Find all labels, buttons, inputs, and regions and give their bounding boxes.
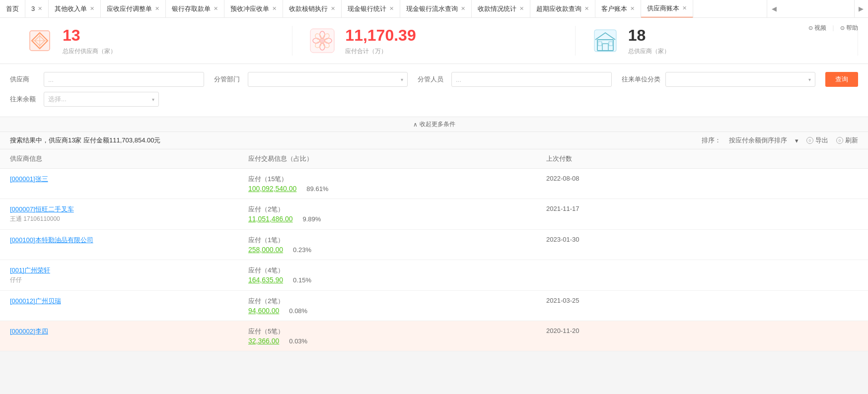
refresh-icon: ○ — [836, 137, 843, 144]
table-row[interactable]: [000012]广州贝瑞 应付（2笔） 94,600.00 0.08% 2021… — [0, 291, 868, 321]
supplier-code-4[interactable]: [001]广州荣轩 — [10, 266, 50, 274]
transaction-detail-3: 应付（1笔） 258,000.00 0.23% — [248, 236, 546, 254]
video-link[interactable]: 视频 — [814, 24, 826, 32]
last-pay-date-3: 2023-01-30 — [546, 236, 579, 243]
summary-content-total-suppliers: 18 总供应商（家） — [628, 26, 670, 55]
close-tab-supplier-ledger[interactable]: ✕ — [682, 5, 687, 11]
transaction-info-3: 应付（1笔） 258,000.00 0.23% — [248, 236, 546, 254]
sort-value[interactable]: 按应付余额倒序排序 — [729, 136, 787, 145]
transaction-info-5: 应付（2笔） 94,600.00 0.08% — [248, 297, 546, 315]
nav-tab-collect-stat[interactable]: 收款情况统计 ✕ — [472, 0, 530, 18]
last-pay-5: 2021-03-25 — [546, 297, 858, 304]
close-tab-overdue[interactable]: ✕ — [584, 5, 589, 12]
transaction-detail-4: 应付（4笔） 164,635.90 0.15% — [248, 266, 546, 284]
summary-icon-flower — [307, 26, 337, 56]
search-area: 供应商 分管部门 ▾ 分管人员 往来单位分类 ▾ 查询 — [0, 64, 868, 117]
summary-number-payable-total: 11,170.39 — [345, 26, 416, 45]
collapse-bar[interactable]: ∧ 收起更多条件 — [0, 117, 868, 132]
nav-arrow-left[interactable]: ◀ — [767, 0, 781, 18]
transaction-info-2: 应付（2笔） 11,051,486.00 9.89% — [248, 205, 546, 223]
nav-arrow-right[interactable]: ▶ — [854, 0, 868, 18]
supplier-link-5[interactable]: [000012]广州贝瑞 — [10, 297, 248, 306]
chevron-down-icon-dept: ▾ — [401, 77, 403, 82]
search-input-supplier[interactable] — [44, 72, 204, 87]
svg-point-6 — [319, 38, 325, 44]
result-info-text: 搜索结果中，供应商13家 应付金额111,703,854.00元 — [10, 136, 160, 144]
supplier-code-6[interactable]: [000002]李四 — [10, 328, 48, 335]
table-row[interactable]: [000002]李四 应付（5笔） 32,366.00 0.03% 2020-1… — [0, 321, 868, 351]
collapse-button[interactable]: ∧ 收起更多条件 — [413, 120, 455, 129]
supplier-code-2[interactable]: [000007]恒旺二手叉车 — [10, 205, 74, 213]
nav-tab-bank-deposit[interactable]: 银行存取款单 ✕ — [166, 0, 224, 18]
tx-amount-5[interactable]: 94,600.00 — [248, 307, 279, 315]
supplier-info-4: [001]广州荣轩 仔仔 — [10, 266, 248, 284]
search-select-dept[interactable]: ▾ — [248, 72, 408, 87]
supplier-link-2[interactable]: [000007]恒旺二手叉车 — [10, 205, 248, 214]
search-input-person[interactable] — [451, 72, 612, 87]
close-tab-3[interactable]: ✕ — [38, 5, 42, 12]
tx-row-3: 258,000.00 0.23% — [248, 246, 546, 254]
close-tab-customer-ledger[interactable]: ✕ — [630, 5, 635, 12]
nav-tab-collect-exec[interactable]: 收款核销执行 ✕ — [283, 0, 342, 18]
tx-percent-6: 0.03% — [289, 337, 307, 345]
export-button[interactable]: ○ 导出 — [806, 136, 828, 145]
nav-tab-home[interactable]: 首页 — [0, 0, 25, 18]
close-tab-collect-exec[interactable]: ✕ — [331, 5, 335, 12]
last-pay-2: 2021-11-17 — [546, 205, 858, 212]
nav-tab-supplier-ledger[interactable]: 供应商账本 ✕ — [641, 0, 693, 18]
close-tab-bank-deposit[interactable]: ✕ — [214, 5, 218, 12]
summary-item-payable-total: 11,170.39 应付合计（万） — [292, 26, 575, 56]
close-tab-cash-flow[interactable]: ✕ — [461, 5, 465, 12]
search-field-dept: 分管部门 ▾ — [214, 72, 408, 87]
nav-tab-overdue[interactable]: 超期应收款查询 ✕ — [530, 0, 595, 18]
supplier-code-1[interactable]: [000001]张三 — [10, 175, 48, 183]
nav-tab-cash-stat[interactable]: 现金银行统计 ✕ — [342, 0, 400, 18]
tx-label-2: 应付（2笔） — [248, 205, 546, 214]
tx-amount-3[interactable]: 258,000.00 — [248, 246, 283, 254]
close-tab-cash-stat[interactable]: ✕ — [389, 5, 394, 12]
close-tab-prepay[interactable]: ✕ — [272, 5, 277, 12]
search-button[interactable]: 查询 — [825, 72, 858, 87]
table-row[interactable]: [000007]恒旺二手叉车 王通 17106110000 应付（2笔） 11,… — [0, 199, 868, 230]
tx-label-5: 应付（2笔） — [248, 297, 546, 306]
search-select-balance[interactable]: 选择... ▾ — [44, 92, 159, 107]
nav-tab-ar-adjust[interactable]: 应收应付调整单 ✕ — [101, 0, 166, 18]
supplier-info-5: [000012]广州贝瑞 — [10, 297, 248, 306]
supplier-code-3[interactable]: [000100]本特勤油品有限公司 — [10, 236, 93, 244]
tx-amount-6[interactable]: 32,366.00 — [248, 337, 279, 345]
nav-tab-other-income[interactable]: 其他收入单 ✕ — [49, 0, 101, 18]
close-tab-ar-adjust[interactable]: ✕ — [155, 5, 159, 12]
tx-row-6: 32,366.00 0.03% — [248, 337, 546, 345]
nav-tab-3[interactable]: 3 ✕ — [25, 0, 49, 18]
supplier-link-6[interactable]: [000002]李四 — [10, 327, 248, 336]
supplier-code-5[interactable]: [000012]广州贝瑞 — [10, 297, 61, 305]
help-link[interactable]: 帮助 — [846, 24, 858, 32]
last-pay-date-6: 2020-11-20 — [546, 327, 579, 334]
table-row[interactable]: [001]广州荣轩 仔仔 应付（4笔） 164,635.90 0.15% — [0, 260, 868, 291]
search-select-category[interactable]: ▾ — [665, 72, 816, 87]
close-tab-collect-stat[interactable]: ✕ — [519, 5, 524, 12]
nav-tab-prepay[interactable]: 预收冲应收单 ✕ — [224, 0, 283, 18]
tx-percent-2: 9.89% — [303, 215, 321, 223]
nav-tab-customer-ledger[interactable]: 客户账本 ✕ — [595, 0, 641, 18]
table-row[interactable]: [000100]本特勤油品有限公司 应付（1笔） 258,000.00 0.23… — [0, 230, 868, 260]
search-field-balance: 往来余额 选择... ▾ — [10, 92, 159, 107]
tx-amount-4[interactable]: 164,635.90 — [248, 276, 283, 284]
refresh-button[interactable]: ○ 刷新 — [836, 136, 858, 145]
close-tab-other-income[interactable]: ✕ — [90, 5, 94, 12]
nav-tab-cash-flow[interactable]: 现金银行流水查询 ✕ — [400, 0, 472, 18]
export-icon: ○ — [806, 137, 813, 144]
video-icon: ⊙ — [808, 25, 813, 31]
search-row-1: 供应商 分管部门 ▾ 分管人员 往来单位分类 ▾ 查询 — [10, 72, 858, 87]
tx-percent-4: 0.15% — [293, 276, 311, 284]
tx-amount-1[interactable]: 100,092,540.00 — [248, 185, 296, 193]
supplier-link-4[interactable]: [001]广州荣轩 — [10, 266, 248, 275]
supplier-link-3[interactable]: [000100]本特勤油品有限公司 — [10, 236, 248, 245]
last-pay-date-1: 2022-08-08 — [546, 175, 579, 182]
supplier-info-2: [000007]恒旺二手叉车 王通 17106110000 — [10, 205, 248, 223]
table-row[interactable]: [000001]张三 应付（15笔） 100,092,540.00 89.61%… — [0, 169, 868, 199]
link-divider: ｜ — [830, 24, 836, 32]
tx-row-5: 94,600.00 0.08% — [248, 307, 546, 315]
supplier-link-1[interactable]: [000001]张三 — [10, 175, 248, 184]
tx-amount-2[interactable]: 11,051,486.00 — [248, 215, 293, 223]
